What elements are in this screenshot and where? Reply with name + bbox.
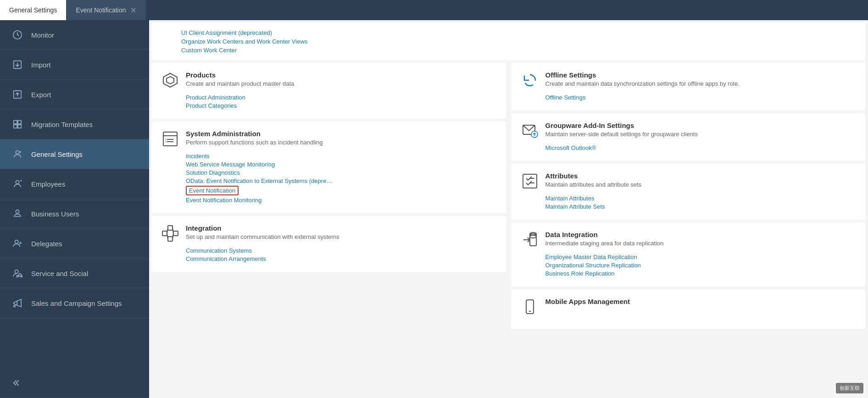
svg-rect-44 bbox=[523, 174, 537, 188]
svg-rect-35 bbox=[168, 226, 172, 230]
sidebar-item-migration-templates[interactable]: Migration Templates bbox=[0, 110, 149, 139]
groupware-icon bbox=[521, 122, 539, 140]
integration-icon bbox=[161, 224, 179, 243]
link-employee-master-data-replication[interactable]: Employee Master Data Replication bbox=[545, 254, 857, 260]
integration-links: Communication Systems Communication Arra… bbox=[161, 247, 497, 262]
groupware-desc: Maintain server-side default settings fo… bbox=[545, 131, 698, 138]
tab-bar: General Settings Event Notification ✕ bbox=[0, 0, 868, 20]
sidebar-import-label: Import bbox=[31, 61, 51, 69]
tab-event-notification[interactable]: Event Notification ✕ bbox=[67, 0, 146, 20]
link-maintain-attributes[interactable]: Maintain Attributes bbox=[545, 195, 857, 202]
system-admin-links: Incidents Web Service Message Monitoring… bbox=[161, 153, 497, 204]
svg-rect-14 bbox=[15, 216, 20, 217]
sidebar-item-monitor[interactable]: Monitor bbox=[0, 20, 149, 50]
sidebar-service-social-label: Service and Social bbox=[31, 270, 88, 277]
link-business-role-replication[interactable]: Business Role Replication bbox=[545, 270, 857, 277]
link-event-notification[interactable]: Event Notification bbox=[186, 186, 239, 195]
sidebar-item-general-settings[interactable]: General Settings bbox=[0, 139, 149, 169]
integration-desc: Set up and maintain communication with e… bbox=[186, 233, 339, 240]
svg-line-41 bbox=[172, 233, 173, 239]
section-system-admin: System Administration Perform support fu… bbox=[152, 122, 506, 213]
link-organize-work-centers[interactable]: Organize Work Centers and Work Center Vi… bbox=[181, 38, 859, 45]
attributes-title: Attributes bbox=[545, 172, 642, 180]
sidebar-item-delegates[interactable]: Delegates bbox=[0, 229, 149, 259]
svg-point-25 bbox=[14, 305, 16, 307]
link-product-categories[interactable]: Product Categories bbox=[186, 102, 497, 109]
link-microsoft-outlook[interactable]: Microsoft Outlook® bbox=[545, 144, 857, 151]
svg-point-13 bbox=[16, 210, 19, 213]
data-integration-desc: Intermediate staging area for data repli… bbox=[545, 240, 664, 247]
sidebar-item-export[interactable]: Export bbox=[0, 80, 149, 110]
link-communication-systems[interactable]: Communication Systems bbox=[186, 247, 497, 254]
general-settings-icon bbox=[11, 148, 24, 160]
svg-point-15 bbox=[15, 240, 18, 243]
clock-icon bbox=[11, 28, 24, 41]
svg-point-49 bbox=[530, 235, 536, 238]
svg-marker-26 bbox=[163, 73, 177, 87]
svg-line-40 bbox=[172, 228, 173, 233]
offline-settings-desc: Create and maintain data synchronization… bbox=[545, 80, 740, 87]
link-maintain-attribute-sets[interactable]: Maintain Attribute Sets bbox=[545, 203, 857, 210]
sidebar-delegates-label: Delegates bbox=[31, 240, 62, 248]
collapse-icon bbox=[11, 376, 24, 389]
sidebar-item-employees[interactable]: Employees bbox=[0, 169, 149, 199]
svg-rect-5 bbox=[14, 121, 17, 124]
business-users-icon bbox=[11, 207, 24, 220]
sidebar-migration-label: Migration Templates bbox=[31, 121, 93, 128]
svg-rect-34 bbox=[162, 231, 167, 236]
link-product-administration[interactable]: Product Administration bbox=[186, 94, 497, 101]
link-event-notification-monitoring[interactable]: Event Notification Monitoring bbox=[186, 197, 497, 204]
svg-marker-12 bbox=[20, 180, 22, 182]
sidebar-item-service-social[interactable]: Service and Social bbox=[0, 259, 149, 288]
employees-icon bbox=[11, 177, 24, 190]
section-integration: Integration Set up and maintain communic… bbox=[152, 216, 506, 272]
content-grid: Products Create and maintain product mas… bbox=[149, 60, 868, 332]
right-column: Offline Settings Create and maintain dat… bbox=[509, 60, 868, 332]
sidebar-business-users-label: Business Users bbox=[31, 210, 79, 218]
sidebar-item-import[interactable]: Import bbox=[0, 50, 149, 80]
offline-settings-icon bbox=[521, 71, 539, 89]
sidebar-export-label: Export bbox=[31, 91, 51, 99]
svg-point-20 bbox=[17, 276, 18, 277]
top-links-area: UI Client Assignment (deprecated) Organi… bbox=[152, 23, 865, 60]
link-organizational-structure-replication[interactable]: Organizational Structure Replication bbox=[545, 262, 857, 269]
svg-line-22 bbox=[18, 275, 19, 276]
mobile-apps-icon bbox=[521, 298, 539, 316]
sales-campaign-icon bbox=[11, 297, 24, 310]
svg-marker-24 bbox=[14, 301, 17, 305]
system-admin-desc: Perform support functions such as incide… bbox=[186, 139, 323, 146]
link-custom-work-center[interactable]: Custom Work Center bbox=[181, 47, 859, 54]
groupware-links: Microsoft Outlook® bbox=[521, 144, 857, 151]
svg-point-11 bbox=[16, 181, 19, 184]
svg-rect-37 bbox=[173, 231, 178, 236]
import-icon bbox=[11, 58, 24, 71]
sidebar-item-business-users[interactable]: Business Users bbox=[0, 199, 149, 229]
svg-line-39 bbox=[167, 233, 168, 239]
data-integration-links: Employee Master Data Replication Organiz… bbox=[521, 254, 857, 277]
tab-general-settings[interactable]: General Settings bbox=[0, 0, 67, 20]
sidebar-item-sales-campaign[interactable]: Sales and Campaign Settings bbox=[0, 288, 149, 318]
link-incidents[interactable]: Incidents bbox=[186, 153, 497, 160]
svg-rect-6 bbox=[18, 121, 21, 124]
link-offline-settings[interactable]: Offline Settings bbox=[545, 94, 857, 101]
content-area: UI Client Assignment (deprecated) Organi… bbox=[149, 20, 868, 398]
sidebar-item-collapse[interactable] bbox=[0, 368, 149, 398]
sidebar-general-settings-label: General Settings bbox=[31, 150, 83, 158]
migration-icon bbox=[11, 118, 24, 131]
sidebar-monitor-label: Monitor bbox=[31, 31, 54, 39]
data-integration-title: Data Integration bbox=[545, 231, 664, 238]
link-odata-event-notification[interactable]: OData: Event Notification to External Sy… bbox=[186, 177, 497, 184]
sidebar-employees-label: Employees bbox=[31, 180, 65, 188]
svg-rect-36 bbox=[168, 237, 172, 241]
products-desc: Create and maintain product master data bbox=[186, 80, 294, 87]
link-communication-arrangements[interactable]: Communication Arrangements bbox=[186, 255, 497, 262]
main-layout: Monitor Import Export bbox=[0, 20, 868, 398]
section-mobile-apps: Mobile Apps Management bbox=[512, 289, 866, 329]
link-web-service-monitoring[interactable]: Web Service Message Monitoring bbox=[186, 161, 497, 168]
link-ui-client-assignment[interactable]: UI Client Assignment (deprecated) bbox=[181, 29, 859, 36]
tab-event-notification-close[interactable]: ✕ bbox=[130, 6, 136, 15]
attributes-links: Maintain Attributes Maintain Attribute S… bbox=[521, 195, 857, 210]
products-links: Product Administration Product Categorie… bbox=[161, 94, 497, 109]
link-solution-diagnostics[interactable]: Solution Diagnostics bbox=[186, 169, 497, 176]
svg-line-23 bbox=[21, 275, 22, 276]
